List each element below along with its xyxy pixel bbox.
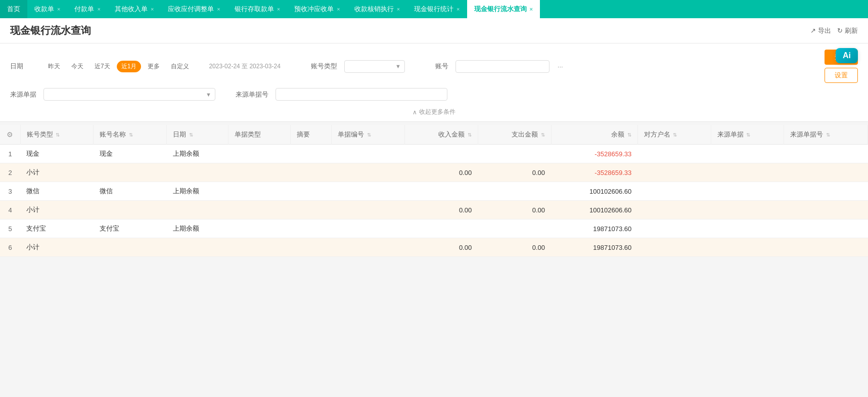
cell-summary — [290, 145, 331, 163]
nav-item-payment[interactable]: 付款单 × — [67, 0, 107, 18]
refresh-button[interactable]: ↻ 刷新 — [837, 26, 858, 35]
account-type-select[interactable]: 现金 微信 支付宝 — [344, 60, 405, 73]
nav-item-bank-deposit[interactable]: 银行存取款单 × — [227, 0, 287, 18]
sort-icon: ⇅ — [826, 132, 830, 138]
close-icon[interactable]: × — [456, 6, 460, 12]
close-icon[interactable]: × — [397, 6, 400, 12]
account-label: 账号 — [435, 62, 448, 71]
cell-doc-no — [332, 182, 405, 201]
collapse-bar[interactable]: ∧ 收起更多条件 — [10, 106, 858, 117]
ai-badge[interactable]: Ai — [836, 48, 858, 63]
col-summary[interactable]: 摘要 — [290, 125, 331, 145]
col-income[interactable]: 收入金额 ⇅ — [404, 125, 478, 145]
page-title: 现金银行流水查询 — [10, 24, 91, 37]
cell-source-doc — [711, 182, 784, 201]
cell-balance: 100102606.60 — [551, 201, 637, 219]
cell-balance: 19871073.60 — [551, 238, 637, 257]
source-doc-no-input[interactable] — [276, 88, 447, 101]
nav-item-verify[interactable]: 收款核销执行 × — [347, 0, 407, 18]
cell-doc-no — [332, 163, 405, 182]
cell-doc-no — [332, 238, 405, 257]
cell-balance: -3528659.33 — [551, 145, 637, 163]
close-icon[interactable]: × — [217, 6, 220, 12]
export-button[interactable]: ↗ 导出 — [810, 26, 831, 35]
date-btn-yesterday[interactable]: 昨天 — [43, 61, 65, 72]
nav-item-advance[interactable]: 预收冲应收单 × — [287, 0, 347, 18]
cell-income: 0.00 — [404, 163, 478, 182]
cell-income: 0.00 — [404, 238, 478, 257]
col-date[interactable]: 日期 ⇅ — [167, 125, 228, 145]
more-options-icon[interactable]: ··· — [558, 63, 563, 70]
table-row[interactable]: 1 现金 现金 上期余额 -3528659.33 — [0, 145, 868, 163]
table-row[interactable]: 6 小计 0.00 0.00 19871073.60 — [0, 238, 868, 257]
account-input[interactable] — [455, 60, 550, 73]
cell-source-doc-no — [784, 219, 868, 238]
source-doc-label: 来源单据 — [10, 90, 40, 99]
nav-item-other-income[interactable]: 其他收入单 × — [108, 0, 161, 18]
cell-balance: 100102606.60 — [551, 182, 637, 201]
cell-source-doc-no — [784, 163, 868, 182]
account-type-label: 账号类型 — [311, 62, 337, 71]
date-btn-7days[interactable]: 近7天 — [90, 61, 115, 72]
header-actions: ↗ 导出 ↻ 刷新 — [810, 26, 858, 35]
table-row[interactable]: 5 支付宝 支付宝 上期余额 19871073.60 — [0, 219, 868, 238]
cell-doc-type — [228, 201, 290, 219]
nav-item-bank-stats[interactable]: 现金银行统计 × — [407, 0, 467, 18]
source-doc-select-wrapper: ▼ — [43, 88, 215, 101]
sort-icon: ⇅ — [129, 132, 133, 138]
table-row[interactable]: 2 小计 0.00 0.00 -3528659.33 — [0, 163, 868, 182]
nav-item-home[interactable]: 首页 — [0, 0, 27, 18]
chevron-up-icon: ∧ — [413, 109, 417, 116]
cell-no: 4 — [0, 201, 20, 219]
cell-account-name — [94, 163, 167, 182]
cell-expense: 0.00 — [478, 238, 551, 257]
cell-income — [404, 145, 478, 163]
account-type-filter: 账号类型 现金 微信 支付宝 ▼ — [311, 60, 405, 73]
col-account-type[interactable]: 账号类型 ⇅ — [20, 125, 94, 145]
col-doc-type[interactable]: 单据类型 — [228, 125, 290, 145]
col-doc-no[interactable]: 单据编号 ⇅ — [332, 125, 405, 145]
cell-account-type: 小计 — [20, 163, 94, 182]
cell-doc-type — [228, 163, 290, 182]
cell-account-type: 小计 — [20, 238, 94, 257]
nav-item-adjustment[interactable]: 应收应付调整单 × — [161, 0, 227, 18]
settings-button[interactable]: 设置 — [825, 68, 858, 83]
cell-no: 6 — [0, 238, 20, 257]
cell-doc-type — [228, 182, 290, 201]
nav-item-receipt[interactable]: 收款单 × — [27, 0, 67, 18]
col-balance[interactable]: 余额 ⇅ — [551, 125, 637, 145]
nav-item-bank-flow[interactable]: 现金银行流水查询 × — [467, 0, 540, 18]
cell-summary — [290, 219, 331, 238]
cell-expense: 0.00 — [478, 201, 551, 219]
cell-date — [167, 201, 228, 219]
cell-expense — [478, 219, 551, 238]
close-icon[interactable]: × — [277, 6, 280, 12]
table-row[interactable]: 3 微信 微信 上期余额 100102606.60 — [0, 182, 868, 201]
col-counterpart[interactable]: 对方户名 ⇅ — [637, 125, 711, 145]
date-btn-custom[interactable]: 自定义 — [166, 61, 194, 72]
filter-row-source: 来源单据 ▼ 来源单据号 — [10, 88, 858, 101]
sort-icon: ⇅ — [189, 132, 193, 138]
col-source-doc-no[interactable]: 来源单据号 ⇅ — [784, 125, 868, 145]
close-icon[interactable]: × — [97, 6, 100, 12]
cell-account-name: 微信 — [94, 182, 167, 201]
date-btn-more[interactable]: 更多 — [143, 61, 164, 72]
col-account-name[interactable]: 账号名称 ⇅ — [94, 125, 167, 145]
col-settings[interactable]: ⚙ — [0, 125, 20, 145]
close-icon[interactable]: × — [337, 6, 340, 12]
date-btn-1month[interactable]: 近1月 — [117, 61, 142, 72]
close-icon[interactable]: × — [530, 6, 533, 12]
cell-source-doc — [711, 238, 784, 257]
gear-icon[interactable]: ⚙ — [7, 130, 13, 139]
col-expense[interactable]: 支出金额 ⇅ — [478, 125, 551, 145]
col-source-doc[interactable]: 来源单据 ⇅ — [711, 125, 784, 145]
close-icon[interactable]: × — [57, 6, 60, 12]
cell-source-doc-no — [784, 201, 868, 219]
close-icon[interactable]: × — [151, 6, 154, 12]
source-doc-select[interactable] — [43, 88, 215, 101]
date-btn-today[interactable]: 今天 — [67, 61, 88, 72]
cell-summary — [290, 182, 331, 201]
table-row[interactable]: 4 小计 0.00 0.00 100102606.60 — [0, 201, 868, 219]
cell-counterpart — [637, 219, 711, 238]
cell-no: 1 — [0, 145, 20, 163]
